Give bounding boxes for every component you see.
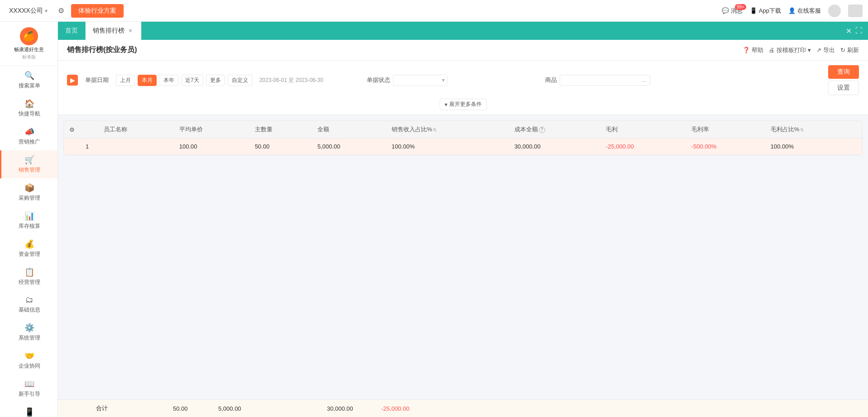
print-icon: 🖨 bbox=[769, 47, 775, 53]
goods-more-btn[interactable]: ... bbox=[642, 77, 646, 83]
app-download-label: App下载 bbox=[759, 7, 781, 15]
sales-rank-table: ⚙ 员工名称 平均单价 主数量 全额 销售收入占比%⇅ 成本全额? bbox=[64, 121, 862, 155]
filter-expand-arrow-btn[interactable]: ▶ bbox=[67, 75, 78, 86]
sidebar-label-purchase: 采购管理 bbox=[19, 194, 40, 202]
sidebar-label-marketing: 营销推广 bbox=[19, 138, 40, 146]
sidebar-item-enterprise[interactable]: 🤝 企业协同 bbox=[0, 346, 58, 374]
date-filter: 上月 本月 本年 近7天 更多 自定义 bbox=[116, 75, 252, 86]
sidebar-item-basic[interactable]: 🗂 基础信息 bbox=[0, 291, 58, 318]
expand-more-container: ▾ 展开更多条件 bbox=[67, 99, 859, 110]
date-custom-btn[interactable]: 自定义 bbox=[228, 75, 252, 86]
tab-home-label: 首页 bbox=[65, 27, 78, 35]
date-7days-btn[interactable]: 近7天 bbox=[181, 75, 203, 86]
footer-avg-price bbox=[113, 407, 168, 410]
tab-sales-rank[interactable]: 销售排行榜 ✕ bbox=[86, 22, 141, 40]
sidebar-item-sales[interactable]: 🛒 销售管理 bbox=[0, 150, 58, 178]
service-icon: 👤 bbox=[788, 7, 796, 14]
user-name-placeholder bbox=[848, 5, 863, 17]
top-bar: XXXXX公司 ▾ ⚙ 体验行业方案 💬 消息 99+ 📱 App下载 👤 在线… bbox=[0, 0, 868, 22]
cell-qty: 50.00 bbox=[249, 139, 312, 155]
sidebar-logo: 🍊 畅康通好生意 标准版 bbox=[0, 22, 58, 66]
sidebar-item-finance[interactable]: 💰 资金管理 bbox=[0, 235, 58, 263]
tab-bar-right: ✕ ⛶ bbox=[846, 27, 868, 35]
query-button[interactable]: 查询 bbox=[828, 65, 859, 79]
tab-sales-rank-label: 销售排行榜 bbox=[93, 27, 125, 35]
app-download-item[interactable]: 📱 App下载 bbox=[750, 7, 781, 15]
date-more-btn[interactable]: 更多 bbox=[206, 75, 225, 86]
refresh-label: 刷新 bbox=[847, 46, 859, 54]
message-icon-item[interactable]: 💬 消息 99+ bbox=[722, 7, 743, 15]
cost-info-icon[interactable]: ? bbox=[539, 127, 545, 133]
cell-gear bbox=[64, 139, 80, 155]
col-gross-rate: 毛利率 bbox=[686, 121, 765, 139]
col-avg-price: 平均单价 bbox=[174, 121, 249, 139]
date-curr-month-btn[interactable]: 本月 bbox=[138, 75, 157, 86]
company-selector[interactable]: XXXXX公司 ▾ bbox=[5, 5, 51, 17]
export-label: 导出 bbox=[823, 46, 835, 54]
operations-icon: 📋 bbox=[24, 267, 34, 277]
col-name: 员工名称 bbox=[98, 121, 174, 139]
footer-total-label: 合计 bbox=[91, 403, 113, 414]
gross-pct-sort-icon: ⇅ bbox=[800, 127, 804, 132]
sidebar-label-system: 系统管理 bbox=[19, 334, 40, 342]
avatar[interactable] bbox=[828, 5, 841, 17]
help-icon: ❓ bbox=[743, 47, 750, 53]
help-button[interactable]: ❓ 帮助 bbox=[743, 46, 763, 54]
inventory-icon: 📊 bbox=[24, 211, 34, 221]
sidebar-item-shortcut[interactable]: 🏠 快捷导航 bbox=[0, 94, 58, 122]
basic-icon: 🗂 bbox=[25, 295, 34, 305]
col-gear-icon[interactable]: ⚙ bbox=[69, 126, 75, 133]
sidebar-label-finance: 资金管理 bbox=[19, 250, 40, 258]
footer-cost: 30,000.00 bbox=[321, 403, 376, 414]
date-prev-month-btn[interactable]: 上月 bbox=[116, 75, 135, 86]
sidebar-item-system[interactable]: ⚙️ 系统管理 bbox=[0, 318, 58, 346]
logo-icon: 🍊 bbox=[20, 27, 38, 45]
footer-sales-pct bbox=[267, 407, 321, 410]
marketing-icon: 📣 bbox=[24, 127, 34, 137]
sidebar-item-appstore[interactable]: 📱 应用中心 bbox=[0, 403, 58, 417]
expand-more-btn[interactable]: ▾ 展开更多条件 bbox=[440, 99, 487, 110]
cell-amount: 5,000.00 bbox=[312, 139, 386, 155]
print-button[interactable]: 🖨 按模板打印 ▾ bbox=[769, 46, 811, 54]
settings-icon-btn[interactable]: ⚙ bbox=[55, 5, 67, 17]
message-icon: 💬 bbox=[722, 7, 729, 14]
filter-row-1: ▶ 单据日期 上月 本月 本年 近7天 更多 自定义 2023-06-01 至 … bbox=[67, 65, 859, 95]
footer-gross: -25,000.00 bbox=[376, 403, 430, 414]
cell-gross-pct: 100.00% bbox=[765, 139, 862, 155]
help-label: 帮助 bbox=[752, 46, 763, 54]
sidebar-item-operations[interactable]: 📋 经营管理 bbox=[0, 263, 58, 291]
date-filter-label: 单据日期 bbox=[85, 76, 109, 84]
status-select[interactable] bbox=[393, 75, 447, 86]
tab-home[interactable]: 首页 bbox=[58, 22, 86, 40]
tab-close-icon[interactable]: ✕ bbox=[127, 27, 134, 35]
col-qty: 主数量 bbox=[249, 121, 312, 139]
export-button[interactable]: ↗ 导出 bbox=[816, 46, 835, 54]
logo-sub: 标准版 bbox=[22, 54, 36, 60]
col-amount: 全额 bbox=[312, 121, 386, 139]
sidebar-item-purchase[interactable]: 📦 采购管理 bbox=[0, 178, 58, 206]
logo-emoji: 🍊 bbox=[23, 31, 34, 42]
refresh-button[interactable]: ↻ 刷新 bbox=[840, 46, 859, 54]
cell-rank: 1 bbox=[80, 139, 98, 155]
online-service-item[interactable]: 👤 在线客服 bbox=[788, 7, 821, 15]
goods-label: 商品 bbox=[545, 76, 557, 84]
table-row: 1 100.00 50.00 5,000.00 100.00% 30,000.0… bbox=[64, 139, 862, 155]
tab-maximize-btn[interactable]: ⛶ bbox=[855, 27, 863, 35]
sidebar-item-guide[interactable]: 📖 新手引导 bbox=[0, 374, 58, 403]
settings-button[interactable]: 设置 bbox=[828, 81, 859, 95]
trial-button[interactable]: 体验行业方案 bbox=[71, 4, 124, 18]
sidebar-label-operations: 经营管理 bbox=[19, 278, 40, 286]
tab-bar: 首页 销售排行榜 ✕ ✕ ⛶ bbox=[58, 22, 868, 40]
footer-label bbox=[72, 407, 91, 410]
sidebar-label-enterprise: 企业协同 bbox=[19, 362, 40, 370]
sidebar-label-shortcut: 快捷导航 bbox=[19, 110, 40, 118]
cell-gross-rate: -500.00% bbox=[686, 139, 765, 155]
page-title: 销售排行榜(按业务员) bbox=[67, 45, 137, 55]
date-year-btn[interactable]: 本年 bbox=[159, 75, 178, 86]
sidebar-item-inventory[interactable]: 📊 库存核算 bbox=[0, 206, 58, 235]
sidebar-item-marketing[interactable]: 📣 营销推广 bbox=[0, 122, 58, 150]
cell-name bbox=[98, 139, 174, 155]
sidebar-item-search[interactable]: 🔍 搜索菜单 bbox=[0, 66, 58, 94]
print-chevron-icon: ▾ bbox=[808, 47, 811, 53]
tab-close-window-btn[interactable]: ✕ bbox=[846, 27, 852, 35]
